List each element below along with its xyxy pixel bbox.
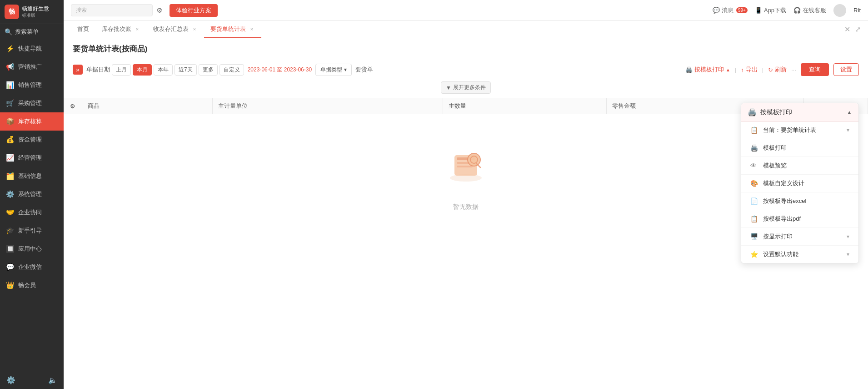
star-icon: ⭐ (750, 251, 758, 258)
topbar-right: 💬 消息 99+ 📱 App下载 🎧 在线客服 Rit (713, 4, 861, 17)
export-button[interactable]: ↑ 导出 (741, 66, 758, 74)
sidebar-item-kucun[interactable]: 📦 库存核算 (0, 112, 64, 131)
more-icon[interactable]: ··· (791, 66, 796, 73)
filter-bar: » 单据日期 上月 本月 本年 近7天 更多 自定义 2023-06-01 至 … (64, 60, 868, 80)
dropdown-current-template[interactable]: 📋 当前：要货单统计表 ▾ (741, 121, 858, 139)
query-button[interactable]: 查询 (801, 63, 829, 76)
sidebar-item-label: 销售管理 (18, 81, 42, 89)
chat-icon: 💬 (5, 263, 15, 272)
sidebar-item-jingying[interactable]: 📈 经营管理 (0, 149, 64, 167)
sidebar-item-label: 库存核算 (18, 117, 42, 126)
sidebar-item-jichu[interactable]: 🗂️ 基础信息 (0, 167, 64, 185)
sidebar-item-caigou[interactable]: 🛒 采购管理 (0, 94, 64, 112)
tab-close-kucun[interactable]: × (134, 26, 140, 32)
topbar-search[interactable]: 搜索 (71, 4, 153, 16)
settings-button[interactable]: 设置 (833, 63, 859, 76)
app-name: 畅通好生意 (22, 5, 49, 13)
box-icon: 📦 (5, 117, 15, 126)
refresh-label: 刷新 (775, 66, 787, 74)
toolbar-actions: 🖨️ 按模板打印 ▲ | ↑ 导出 | ↻ 刷新 ··· 查询 设置 (685, 63, 859, 76)
sidebar-nav: ⚡ 快捷导航 📢 营销推广 📊 销售管理 🛒 采购管理 📦 库存核算 💰 资金管… (0, 40, 64, 371)
folder-icon: 🗂️ (5, 172, 15, 181)
printer-item-icon: 🖨️ (750, 144, 758, 152)
sidebar-item-label: 系统管理 (18, 190, 42, 198)
sub-item-label: 设置默认功能 (763, 250, 798, 258)
col-quantity: 主数量 (443, 98, 607, 114)
dropdown-item-template-design[interactable]: 🎨 模板自定义设计 (741, 175, 858, 192)
tab-close-shoufashui[interactable]: × (191, 26, 198, 32)
empty-illustration (443, 141, 489, 196)
template-print-button[interactable]: 🖨️ 按模板打印 ▲ (685, 66, 730, 74)
svg-point-5 (468, 153, 480, 166)
expand-window-icon[interactable]: ⤢ (855, 25, 861, 34)
dropdown-item-export-excel[interactable]: 📄 按模板导出excel (741, 192, 858, 210)
template-print-dropdown: 🖨️ 按模板打印 ▲ 📋 当前：要货单统计表 ▾ 🖨️ 模板打印 👁 模板预览 (741, 103, 859, 263)
gear-icon[interactable]: ⚙️ (6, 376, 15, 384)
flash-icon: ⚡ (5, 44, 15, 53)
user-avatar[interactable] (833, 4, 846, 17)
sidebar-item-yingxiao[interactable]: 📢 营销推广 (0, 58, 64, 76)
content-area: 要货单统计表(按商品) » 单据日期 上月 本月 本年 近7天 更多 自定义 2… (64, 38, 868, 389)
print-header-icon: 🖨️ (748, 108, 757, 116)
sidebar-item-yingyong[interactable]: 🔲 应用中心 (0, 240, 64, 258)
message-badge: 99+ (736, 7, 748, 13)
yaohuo-label: 要货单 (355, 66, 373, 74)
bell-icon: 💬 (713, 7, 720, 14)
dropdown-display-print[interactable]: 🖥️ 按显示打印 ▾ (741, 228, 858, 246)
dropdown-default-func[interactable]: ⭐ 设置默认功能 ▾ (741, 246, 858, 263)
date-btn-7days[interactable]: 近7天 (175, 64, 197, 76)
tab-shoufashui[interactable]: 收发存汇总表 × (147, 21, 204, 38)
tab-home-label: 首页 (77, 25, 89, 33)
topbar-gear-icon[interactable]: ⚙ (156, 6, 162, 15)
close-window-icon[interactable]: ✕ (844, 25, 850, 34)
expand-bar: ▼ 展开更多条件 (64, 80, 868, 98)
trial-button[interactable]: 体验行业方案 (170, 4, 218, 17)
dropdown-item-export-pdf[interactable]: 📋 按模板导出pdf (741, 210, 858, 228)
chevron-down-icon: ▾ (344, 66, 347, 73)
phone-icon: 📱 (755, 7, 762, 14)
dropdown-item-template-preview[interactable]: 👁 模板预览 (741, 157, 858, 175)
empty-text: 暂无数据 (453, 203, 479, 211)
date-btn-custom[interactable]: 自定义 (219, 64, 244, 76)
date-btn-this-year[interactable]: 本年 (154, 64, 173, 76)
sidebar-item-xinshou[interactable]: 🎓 新手引导 (0, 222, 64, 240)
graduate-icon: 🎓 (5, 226, 15, 235)
tab-yaohuo-tongji[interactable]: 要货单统计表 × (204, 21, 261, 38)
col-settings[interactable]: ⚙ (64, 98, 82, 114)
sidebar-item-weixin[interactable]: 💬 企业微信 (0, 258, 64, 276)
dropdown-item-template-print[interactable]: 🖨️ 模板打印 (741, 139, 858, 157)
date-filter-label: 单据日期 (86, 66, 110, 74)
tab-home[interactable]: 首页 (71, 21, 95, 38)
topbar-left: 搜索 ⚙ 体验行业方案 (71, 4, 713, 17)
handshake-icon: 🤝 (5, 208, 15, 217)
tab-close-yaohuo[interactable]: × (249, 26, 255, 32)
refresh-button[interactable]: ↻ 刷新 (768, 66, 787, 74)
sidebar-item-xiaoshou[interactable]: 📊 销售管理 (0, 76, 64, 94)
speaker-icon[interactable]: 🔈 (48, 376, 57, 384)
date-btn-more[interactable]: 更多 (199, 64, 218, 76)
sidebar-item-zijin[interactable]: 💰 资金管理 (0, 131, 64, 149)
order-type-select[interactable]: 单据类型 ▾ (315, 64, 352, 76)
message-button[interactable]: 💬 消息 99+ (713, 6, 748, 15)
settings-icon: ⚙️ (5, 190, 15, 199)
app-logo-icon: 畅 (5, 5, 19, 19)
sidebar-item-label: 经营管理 (18, 154, 42, 162)
date-btn-this-month[interactable]: 本月 (133, 64, 152, 76)
topbar: 搜索 ⚙ 体验行业方案 💬 消息 99+ 📱 App下载 🎧 在线客服 Rit (64, 0, 868, 21)
date-btn-last-month[interactable]: 上月 (112, 64, 131, 76)
sidebar-item-huiyuan[interactable]: 👑 畅会员 (0, 276, 64, 294)
app-download-button[interactable]: 📱 App下载 (755, 6, 786, 15)
chevron-right-icon3: ▾ (847, 251, 849, 258)
sidebar-item-qiye[interactable]: 🤝 企业协同 (0, 203, 64, 222)
chart-icon: 📊 (5, 81, 15, 90)
sidebar-search[interactable]: 🔍 搜索菜单 (0, 24, 64, 40)
sidebar-item-kuaijie[interactable]: ⚡ 快捷导航 (0, 40, 64, 58)
dropdown-header[interactable]: 🖨️ 按模板打印 ▲ (741, 103, 858, 121)
filter-expand-icon[interactable]: » (73, 65, 83, 75)
column-settings-icon[interactable]: ⚙ (70, 103, 75, 110)
tab-kucun-pizhanghao[interactable]: 库存批次账 × (95, 21, 147, 38)
sidebar-item-xitong[interactable]: ⚙️ 系统管理 (0, 185, 64, 203)
expand-more-button[interactable]: ▼ 展开更多条件 (441, 81, 491, 94)
date-range-display: 2023-06-01 至 2023-06-30 (248, 66, 312, 74)
online-service-button[interactable]: 🎧 在线客服 (793, 6, 826, 15)
